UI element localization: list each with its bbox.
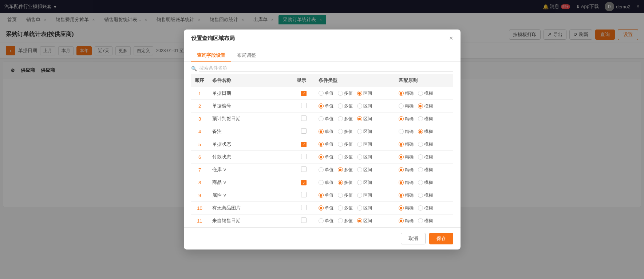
radio-type-item[interactable]: 单值 bbox=[319, 167, 333, 173]
radio-circle bbox=[399, 91, 404, 96]
cell-show[interactable] bbox=[293, 176, 315, 189]
cell-show[interactable] bbox=[293, 125, 315, 138]
radio-type-item[interactable]: 单值 bbox=[319, 90, 333, 97]
show-checkbox[interactable] bbox=[301, 103, 307, 108]
radio-type-item[interactable]: 区间 bbox=[357, 218, 372, 224]
show-checkbox[interactable] bbox=[301, 180, 307, 185]
save-button[interactable]: 保存 bbox=[429, 233, 453, 244]
radio-type-item[interactable]: 区间 bbox=[357, 116, 372, 122]
radio-circle bbox=[418, 218, 423, 223]
dialog-tab-layout[interactable]: 布局调整 bbox=[231, 50, 262, 62]
radio-type-item[interactable]: 多值 bbox=[338, 141, 353, 148]
cell-show[interactable] bbox=[293, 202, 315, 215]
radio-circle bbox=[357, 205, 362, 211]
dialog-tab-fields[interactable]: 查询字段设置 bbox=[191, 50, 231, 62]
radio-type-item[interactable]: 多值 bbox=[338, 218, 353, 224]
radio-match-item[interactable]: 模糊 bbox=[418, 167, 433, 173]
cell-show[interactable] bbox=[293, 100, 315, 113]
cell-type: 单值多值区间 bbox=[315, 113, 395, 125]
radio-type-item[interactable]: 单值 bbox=[319, 154, 333, 160]
radio-match-item[interactable]: 模糊 bbox=[418, 192, 433, 199]
radio-match-item[interactable]: 模糊 bbox=[418, 154, 433, 160]
radio-match-item[interactable]: 模糊 bbox=[418, 116, 433, 122]
radio-type-item[interactable]: 单值 bbox=[319, 205, 333, 211]
radio-type-item[interactable]: 区间 bbox=[357, 205, 372, 211]
search-input[interactable] bbox=[199, 65, 453, 72]
radio-match-item[interactable]: 精确 bbox=[399, 129, 414, 135]
radio-match-item[interactable]: 模糊 bbox=[418, 141, 433, 148]
radio-type-item[interactable]: 单值 bbox=[319, 192, 333, 199]
show-checkbox[interactable] bbox=[301, 192, 307, 197]
radio-label: 区间 bbox=[363, 154, 372, 160]
radio-type-item[interactable]: 单值 bbox=[319, 103, 333, 109]
radio-type-item[interactable]: 多值 bbox=[338, 103, 353, 109]
radio-type-item[interactable]: 单值 bbox=[319, 116, 333, 122]
radio-type-item[interactable]: 单值 bbox=[319, 180, 333, 186]
show-checkbox[interactable] bbox=[301, 166, 307, 172]
cell-show[interactable] bbox=[293, 151, 315, 164]
cell-show[interactable] bbox=[293, 87, 315, 100]
radio-type-item[interactable]: 区间 bbox=[357, 192, 372, 199]
show-checkbox[interactable] bbox=[301, 142, 307, 147]
radio-match-item[interactable]: 精确 bbox=[399, 180, 414, 186]
radio-match-item[interactable]: 模糊 bbox=[418, 218, 433, 224]
cell-match: 精确模糊 bbox=[395, 176, 453, 189]
radio-circle bbox=[399, 180, 404, 185]
show-checkbox[interactable] bbox=[301, 115, 307, 121]
radio-type-item[interactable]: 多值 bbox=[338, 167, 353, 173]
radio-match-item[interactable]: 精确 bbox=[399, 167, 414, 173]
radio-type-item[interactable]: 多值 bbox=[338, 116, 353, 122]
radio-type-item[interactable]: 区间 bbox=[357, 167, 372, 173]
radio-type-item[interactable]: 单值 bbox=[319, 141, 333, 148]
radio-match-item[interactable]: 模糊 bbox=[418, 103, 433, 109]
radio-circle bbox=[357, 116, 362, 121]
radio-match-item[interactable]: 精确 bbox=[399, 103, 414, 109]
radio-type-item[interactable]: 区间 bbox=[357, 129, 372, 135]
radio-type-item[interactable]: 区间 bbox=[357, 141, 372, 148]
radio-type-item[interactable]: 多值 bbox=[338, 192, 353, 199]
radio-type-item[interactable]: 多值 bbox=[338, 90, 353, 97]
cell-show[interactable] bbox=[293, 113, 315, 125]
radio-type-item[interactable]: 多值 bbox=[338, 180, 353, 186]
radio-type-item[interactable]: 多值 bbox=[338, 205, 353, 211]
show-checkbox[interactable] bbox=[301, 205, 307, 210]
cell-name: 来自销售日期 bbox=[209, 215, 293, 227]
cell-show[interactable] bbox=[293, 164, 315, 176]
radio-match-item[interactable]: 精确 bbox=[399, 90, 414, 97]
radio-match-item[interactable]: 精确 bbox=[399, 154, 414, 160]
radio-label: 单值 bbox=[325, 90, 333, 97]
radio-match-item[interactable]: 精确 bbox=[399, 205, 414, 211]
radio-type-item[interactable]: 区间 bbox=[357, 90, 372, 97]
radio-type-item[interactable]: 单值 bbox=[319, 218, 333, 224]
radio-type-item[interactable]: 单值 bbox=[319, 129, 333, 135]
radio-type-item[interactable]: 区间 bbox=[357, 154, 372, 160]
radio-match-item[interactable]: 精确 bbox=[399, 192, 414, 199]
radio-type-item[interactable]: 多值 bbox=[338, 154, 353, 160]
radio-match-item[interactable]: 模糊 bbox=[418, 90, 433, 97]
table-row: 8商品 ∨单值多值区间精确模糊 bbox=[191, 176, 453, 189]
dialog-header: 设置查询区域布局 × bbox=[184, 30, 461, 46]
show-checkbox[interactable] bbox=[301, 154, 307, 159]
radio-label: 模糊 bbox=[424, 180, 433, 186]
show-checkbox[interactable] bbox=[301, 91, 307, 96]
cell-show[interactable] bbox=[293, 215, 315, 227]
radio-type-item[interactable]: 区间 bbox=[357, 180, 372, 186]
radio-match-item[interactable]: 模糊 bbox=[418, 129, 433, 135]
radio-circle bbox=[338, 91, 343, 96]
dialog-close-button[interactable]: × bbox=[449, 35, 453, 42]
radio-match-item[interactable]: 精确 bbox=[399, 141, 414, 148]
cell-show[interactable] bbox=[293, 189, 315, 202]
cell-name: 商品 ∨ bbox=[209, 176, 293, 189]
radio-type-item[interactable]: 区间 bbox=[357, 103, 372, 109]
show-checkbox[interactable] bbox=[301, 217, 307, 223]
cell-show[interactable] bbox=[293, 138, 315, 151]
cancel-button[interactable]: 取消 bbox=[401, 233, 426, 244]
radio-match-item[interactable]: 模糊 bbox=[418, 180, 433, 186]
radio-label: 多值 bbox=[344, 90, 353, 97]
show-checkbox[interactable] bbox=[301, 128, 307, 134]
radio-label: 多值 bbox=[344, 167, 353, 173]
radio-match-item[interactable]: 精确 bbox=[399, 116, 414, 122]
radio-type-item[interactable]: 多值 bbox=[338, 129, 353, 135]
radio-match-item[interactable]: 模糊 bbox=[418, 205, 433, 211]
radio-match-item[interactable]: 精确 bbox=[399, 218, 414, 224]
